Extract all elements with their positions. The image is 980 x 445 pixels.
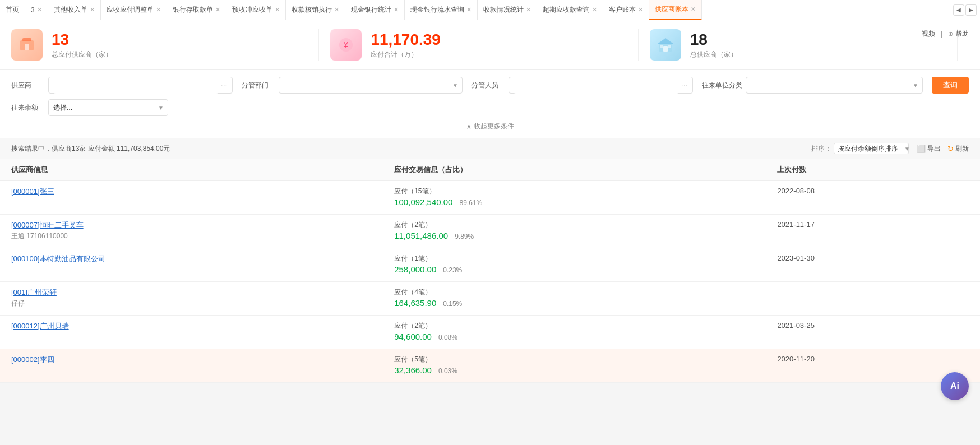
close-icon[interactable]: ✕ [334, 6, 339, 13]
supplier-name-cell: [000007]恒旺二手叉车 王通 17106110000 [11, 220, 394, 241]
dept-select-wrap: ▼ [279, 77, 463, 94]
refresh-button[interactable]: ↻ 刷新 [947, 144, 969, 154]
nav-tab-label: 现金银行流水查询 [410, 5, 464, 15]
nav-tab-3[interactable]: 3 ✕ [25, 0, 48, 20]
svg-marker-6 [658, 38, 673, 44]
tx-row: 94,600.00 0.08% [394, 331, 777, 341]
tx-info-cell: 应付（2笔） 94,600.00 0.08% [394, 321, 777, 341]
close-icon[interactable]: ✕ [275, 6, 280, 13]
summary-card-suppliers: 13 总应付供应商（家） [11, 29, 319, 61]
balance-select[interactable]: 选择... [48, 99, 168, 116]
supplier-link[interactable]: [001]广州荣轩 [11, 288, 57, 296]
total-payable-suppliers-number: 13 [52, 31, 112, 49]
summary-card-total-suppliers: 18 总供应商（家） [650, 29, 958, 61]
export-icon: ⬜ [917, 145, 926, 153]
nav-tab-customer[interactable]: 客户账本 ✕ [603, 0, 649, 20]
total-suppliers-label: 总供应商（家） [690, 50, 737, 59]
dept-select[interactable] [279, 77, 463, 94]
close-icon[interactable]: ✕ [215, 6, 220, 13]
svg-rect-7 [663, 46, 668, 52]
nav-tab-receipt-stat[interactable]: 收款情况统计 ✕ [478, 0, 537, 20]
last-pay-cell: 2020-11-20 [777, 355, 969, 363]
tx-info-cell: 应付（4笔） 164,635.90 0.15% [394, 288, 777, 308]
export-button[interactable]: ⬜ 导出 [917, 144, 941, 154]
unit-type-select[interactable] [746, 77, 923, 94]
manager-input[interactable] [514, 77, 679, 94]
supplier-link[interactable]: [000100]本特勤油品有限公司 [11, 254, 105, 263]
tx-amount: 100,092,540.00 [394, 197, 452, 207]
close-icon[interactable]: ✕ [691, 6, 696, 13]
tx-info-cell: 应付（15笔） 100,092,540.00 89.61% [394, 187, 777, 207]
tx-label: 应付（5笔） [394, 355, 777, 364]
close-icon[interactable]: ✕ [156, 6, 161, 13]
close-icon[interactable]: ✕ [466, 6, 471, 13]
table-header-row: 供应商信息 应付交易信息（占比） 上次付数 [0, 159, 980, 181]
close-icon[interactable]: ✕ [90, 6, 95, 13]
tx-amount: 94,600.00 [394, 332, 432, 341]
help-link[interactable]: ⊙ 帮助 [948, 29, 969, 39]
tx-info-cell: 应付（5笔） 32,366.00 0.03% [394, 355, 777, 375]
search-button[interactable]: 查询 [932, 77, 969, 94]
close-icon[interactable]: ✕ [526, 6, 531, 13]
collapse-label: 收起更多条件 [474, 122, 514, 131]
unit-type-label: 往来单位分类 [702, 81, 742, 90]
nav-tab-other-income[interactable]: 其他收入单 ✕ [48, 0, 101, 20]
nav-next-arrow[interactable]: ▶ [965, 4, 977, 16]
nav-tab-label: 其他收入单 [54, 5, 87, 15]
unit-type-select-wrap: ▼ [746, 77, 923, 94]
manager-input-wrap: ··· [509, 77, 693, 94]
nav-tab-label: 超期应收款查询 [543, 5, 590, 15]
header-summary: 13 总应付供应商（家） ¥ 11,170.39 应付合计（万） [0, 20, 980, 70]
supplier-link[interactable]: [000001]张三 [11, 187, 54, 196]
svg-text:¥: ¥ [343, 40, 348, 49]
tx-percent: 0.23% [443, 266, 462, 274]
divider: | [941, 30, 942, 38]
nav-tab-overdue[interactable]: 超期应收款查询 ✕ [537, 0, 603, 20]
nav-prev-arrow[interactable]: ◀ [953, 4, 964, 16]
close-icon[interactable]: ✕ [592, 6, 597, 13]
nav-tab-home[interactable]: 首页 [0, 0, 25, 20]
collapse-button[interactable]: ∧ 收起更多条件 [11, 122, 969, 131]
supplier-link[interactable]: [000002]李四 [11, 355, 54, 364]
tx-percent: 0.03% [438, 367, 457, 375]
summary-info-total: 18 总供应商（家） [690, 31, 737, 59]
tx-row: 11,051,486.00 9.89% [394, 230, 777, 240]
filter-supplier: 供应商 ··· [11, 77, 233, 94]
nav-tab-receipt[interactable]: 收款核销执行 ✕ [286, 0, 345, 20]
nav-tab-cash-bank[interactable]: 现金银行统计 ✕ [345, 0, 405, 20]
supplier-link[interactable]: [000012]广州贝瑞 [11, 322, 69, 330]
supplier-sub-info: 王通 17106110000 [11, 231, 394, 241]
nav-tab-cash-flow[interactable]: 现金银行流水查询 ✕ [405, 0, 478, 20]
tx-row: 100,092,540.00 89.61% [394, 196, 777, 207]
supplier-dots-icon[interactable]: ··· [221, 81, 228, 90]
close-icon[interactable]: ✕ [394, 6, 399, 13]
nav-tab-prepay[interactable]: 预收冲应收单 ✕ [226, 0, 286, 20]
supplier-input[interactable] [53, 77, 219, 94]
nav-tab-label: 收款核销执行 [292, 5, 332, 15]
tx-label: 应付（2笔） [394, 220, 777, 230]
close-icon[interactable]: ✕ [37, 6, 42, 13]
tx-percent: 9.89% [455, 233, 474, 240]
nav-tab-bank[interactable]: 银行存取款单 ✕ [167, 0, 226, 20]
sort-select[interactable]: 按应付余额倒序排序 [834, 143, 909, 154]
table-row: [000002]李四 应付（5笔） 32,366.00 0.03% 2020-1… [0, 349, 980, 383]
supplier-link[interactable]: [000007]恒旺二手叉车 [11, 221, 84, 229]
last-pay-cell: 2023-01-30 [777, 254, 969, 262]
nav-tab-supplier-ledger[interactable]: 供应商账本 ✕ [649, 0, 702, 20]
tx-label: 应付（4笔） [394, 288, 777, 297]
supplier-name-cell: [001]广州荣轩 仔仔 [11, 288, 394, 308]
total-payable-suppliers-label: 总应付供应商（家） [52, 50, 112, 59]
filter-area: 供应商 ··· 分管部门 ▼ 分管人员 ··· 往来单位分类 [0, 70, 980, 138]
filter-row-1: 供应商 ··· 分管部门 ▼ 分管人员 ··· 往来单位分类 [11, 77, 969, 94]
balance-filter-label: 往来余额 [11, 103, 45, 113]
manager-dots-icon[interactable]: ··· [681, 81, 688, 90]
supplier-name-cell: [000012]广州贝瑞 [11, 321, 394, 331]
nav-tab-label: 银行存取款单 [173, 5, 213, 15]
summary-card-amount: ¥ 11,170.39 应付合计（万） [330, 29, 638, 61]
amount-icon: ¥ [330, 29, 362, 61]
tx-percent: 0.15% [443, 300, 462, 308]
close-icon[interactable]: ✕ [638, 6, 643, 13]
nav-arrows: ◀ ▶ [950, 4, 980, 16]
nav-tab-ar-ap[interactable]: 应收应付调整单 ✕ [101, 0, 167, 20]
video-link[interactable]: 视频 [922, 29, 935, 39]
